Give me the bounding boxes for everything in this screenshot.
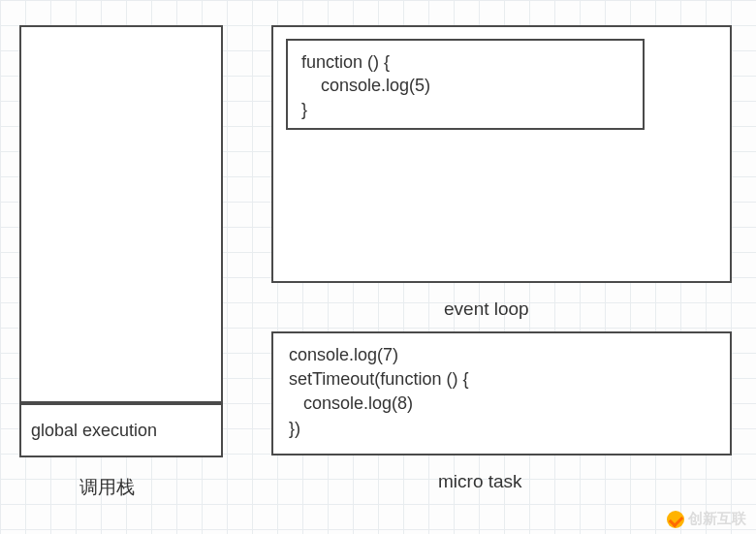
watermark-logo-icon: [667, 511, 684, 528]
event-loop-label: event loop: [444, 298, 529, 320]
call-stack-label: 调用栈: [79, 475, 135, 500]
call-stack-bottom-frame: global execution: [19, 403, 223, 457]
watermark-text: 创新互联: [688, 510, 746, 528]
micro-task-code: console.log(7) setTimeout(function () { …: [289, 345, 468, 438]
call-stack-body: [19, 25, 223, 403]
micro-task-label: micro task: [438, 471, 522, 492]
event-loop-task-code: function () { console.log(5) }: [301, 52, 430, 119]
global-execution-label: global execution: [31, 421, 157, 441]
watermark: 创新互联: [667, 510, 746, 528]
micro-task-box: console.log(7) setTimeout(function () { …: [271, 331, 732, 455]
event-loop-task: function () { console.log(5) }: [286, 39, 645, 130]
